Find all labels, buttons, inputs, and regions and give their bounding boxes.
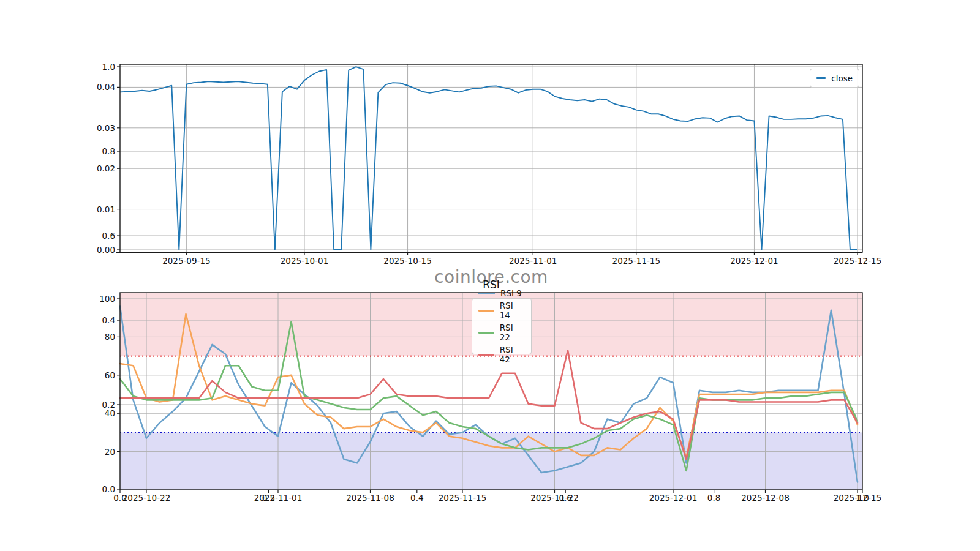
rsi42-legend-label: RSI 42 [500, 345, 525, 364]
figure-norm-x-tick-label: 0.2 [262, 493, 275, 503]
price-legend: close [810, 69, 859, 88]
figure-norm-x-tick-label: 0.6 [559, 493, 571, 503]
figure-norm-x-tick-label: 0.8 [707, 493, 720, 503]
rsi-x-tick-label: 2025-11-01 [254, 493, 302, 503]
rsi-x-tick-label: 2025-10-22 [123, 493, 170, 503]
price-y-tick-label: 0.02 [72, 163, 115, 173]
price-x-tick-label: 2025-10-15 [383, 256, 431, 266]
rsi-y-tick-label: 40 [72, 408, 115, 418]
rsi-legend-row: RSI 14 [478, 301, 525, 320]
price-x-tick-label: 2025-11-01 [509, 256, 557, 266]
rsi-x-tick-label: 2025-11-15 [439, 493, 486, 503]
rsi-legend-row: RSI 22 [478, 323, 525, 342]
rsi-y-tick-label: 80 [72, 332, 115, 342]
rsi-x-tick-label: 2025-12-08 [741, 493, 789, 503]
price-x-tick-label: 2025-12-01 [730, 256, 778, 266]
price-x-tick-label: 2025-12-15 [834, 256, 881, 266]
rsi14-legend-label: RSI 14 [500, 301, 525, 320]
figure-norm-y-tick-label: 0.6 [72, 231, 115, 241]
rsi-legend-row: RSI 42 [478, 345, 525, 364]
price-x-tick-label: 2025-11-15 [612, 256, 660, 266]
close-line-sample [816, 77, 826, 79]
price-y-tick-label: 0.00 [72, 245, 115, 255]
price-y-tick-label: 0.01 [72, 204, 115, 214]
rsi22-line-sample [478, 332, 494, 334]
rsi-legend: RSI 9 RSI 14 RSI 22 RSI 42 [472, 298, 532, 354]
rsi-x-tick-label: 2025-12-01 [649, 493, 697, 503]
rsi-legend-row: RSI 9 [478, 288, 525, 298]
price-x-tick-label: 2025-10-01 [281, 256, 328, 266]
rsi42-line-sample [478, 354, 494, 356]
close-legend-label: close [831, 73, 853, 83]
rsi9-legend-label: RSI 9 [500, 288, 522, 298]
figure-norm-y-tick-label: 1.0 [72, 62, 115, 72]
rsi22-legend-label: RSI 22 [500, 323, 525, 342]
price-x-tick-label: 2025-09-15 [162, 256, 210, 266]
rsi-y-tick-label: 20 [72, 447, 115, 457]
price-legend-row: close [816, 73, 853, 83]
rsi-y-tick-label: 100 [72, 294, 115, 304]
figure-norm-x-tick-label: 1.0 [856, 493, 869, 503]
rsi14-line-sample [478, 310, 494, 312]
rsi-y-tick-label: 60 [72, 370, 115, 380]
rsi9-line-sample [478, 293, 495, 294]
figure-norm-y-tick-label: 0.0 [72, 484, 115, 494]
figure-norm-y-tick-label: 0.8 [72, 146, 115, 156]
rsi-x-tick-label: 2025-11-08 [346, 493, 394, 503]
price-y-tick-label: 0.04 [72, 82, 115, 92]
crypto-price-rsi-figure: coinlore.com RSI close RSI 9 RSI 14 RSI … [0, 0, 980, 551]
figure-norm-x-tick-label: 0.0 [113, 493, 126, 503]
price-y-tick-label: 0.03 [72, 123, 115, 133]
figure-norm-y-tick-label: 0.2 [72, 400, 115, 410]
figure-norm-x-tick-label: 0.4 [410, 493, 423, 503]
figure-norm-y-tick-label: 0.4 [72, 315, 115, 325]
